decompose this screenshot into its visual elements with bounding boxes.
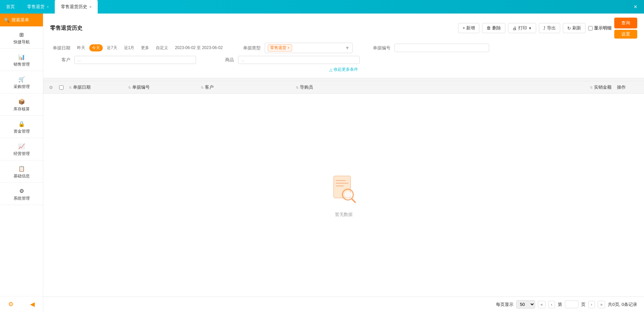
sidebar-item-ops-mgmt-label: 经营管理	[14, 151, 30, 157]
sidebar-item-sales-mgmt[interactable]: 📊 销售管理	[0, 49, 43, 71]
type-tag-close[interactable]: ×	[288, 46, 290, 50]
sidebar-item-sales-mgmt-label: 销售管理	[14, 62, 30, 67]
customer-select[interactable]: ...	[74, 56, 196, 64]
new-button[interactable]: + 新增	[458, 23, 479, 33]
sidebar-item-base-info[interactable]: 📋 基础信息	[0, 160, 43, 183]
ops-mgmt-icon: 📈	[18, 143, 25, 150]
date-btn-custom[interactable]: 自定义	[153, 44, 171, 51]
tab-home-label: 首页	[6, 4, 15, 10]
sidebar-item-ops-mgmt[interactable]: 📈 经营管理	[0, 138, 43, 160]
prev-page-button[interactable]: ‹	[548, 301, 555, 308]
collapse-button[interactable]: △ 收起更多条件	[50, 67, 637, 72]
setting-button[interactable]: 设置	[614, 30, 637, 39]
sales-mgmt-icon: 📊	[18, 53, 25, 60]
display-detail-input[interactable]	[588, 26, 593, 30]
next-page-button[interactable]: ›	[588, 301, 595, 308]
code-filter-label: 单据编号	[370, 45, 390, 51]
print-icon: 🖨	[512, 26, 517, 31]
date-btn-more[interactable]: 更多	[138, 44, 152, 51]
goods-select[interactable]: ...	[238, 56, 360, 64]
sidebar-search[interactable]: 🔍 搜索菜单	[0, 14, 43, 26]
th-amount[interactable]: ⇅ 实销金额	[573, 84, 614, 90]
table-body: 暂无数据	[43, 94, 644, 296]
th-guide-sort-icon: ⇅	[296, 86, 299, 89]
filter-row-2: 客户 ... 商品 ...	[50, 56, 637, 64]
sidebar-item-sys-mgmt[interactable]: ⚙ 系统管理	[0, 183, 43, 205]
goods-filter-label: 商品	[214, 57, 234, 63]
display-detail-checkbox[interactable]: 显示明细	[588, 25, 612, 31]
sidebar-search-label: 搜索菜单	[11, 17, 29, 23]
type-select-value: 零售退货 ×	[268, 44, 292, 51]
tab-retail-return-history[interactable]: 零售退货历史 ×	[55, 0, 97, 14]
customer-placeholder: ...	[77, 58, 81, 62]
svg-line-5	[352, 199, 355, 202]
tab-retail-return-history-close[interactable]: ×	[89, 5, 91, 9]
svg-rect-1	[336, 180, 346, 181]
sidebar-item-inventory-calc[interactable]: 📦 库存核算	[0, 93, 43, 116]
th-code-sort-icon: ⇅	[128, 86, 131, 89]
collapse-label: 收起更多条件	[334, 67, 358, 72]
date-btn-last7[interactable]: 近7天	[104, 44, 120, 51]
print-chevron-icon: ▼	[528, 26, 532, 30]
query-button[interactable]: 查询	[614, 18, 637, 28]
type-select[interactable]: 零售退货 × ▼	[265, 43, 353, 53]
page-size-select[interactable]: 50 100 200	[516, 300, 535, 309]
base-info-icon: 📋	[18, 165, 25, 172]
sidebar-settings-btn[interactable]: ⚙	[8, 300, 14, 308]
tab-retail-return-close[interactable]: ×	[47, 5, 49, 9]
type-tag: 零售退货 ×	[268, 44, 292, 51]
sidebar-item-purchase-mgmt[interactable]: 🛒 采购管理	[0, 71, 43, 93]
capital-mgmt-icon: 🔒	[18, 120, 25, 127]
date-btn-yesterday[interactable]: 昨天	[74, 44, 88, 51]
code-filter-input[interactable]	[395, 44, 489, 52]
first-page-button[interactable]: «	[538, 301, 546, 308]
select-all-checkbox[interactable]	[59, 85, 64, 90]
th-date-sort-icon: ⇅	[69, 86, 72, 89]
print-button[interactable]: 🖨 🖨 打印 打印 ▼	[508, 23, 536, 33]
th-settings-icon[interactable]: ⚙	[46, 85, 56, 90]
page-input[interactable]: 1	[565, 300, 578, 308]
customer-filter-label: 客户	[50, 57, 70, 63]
date-btn-last1m[interactable]: 近1月	[121, 44, 137, 51]
search-icon: 🔍	[4, 18, 9, 23]
type-filter-label: 单据类型	[240, 45, 261, 51]
display-detail-label: 显示明细	[594, 25, 612, 31]
refresh-button[interactable]: ↻ 刷新	[563, 23, 586, 33]
tab-retail-return-history-label: 零售退货历史	[61, 4, 87, 10]
window-close-icon[interactable]: ×	[631, 2, 640, 12]
th-code[interactable]: ⇅ 单据编号	[125, 84, 198, 90]
empty-illustration	[327, 173, 361, 207]
purchase-mgmt-icon: 🛒	[18, 76, 25, 83]
th-code-label: 单据编号	[132, 84, 150, 90]
th-amount-label: 实销金额	[594, 84, 612, 90]
export-button[interactable]: ⤴ 导出	[539, 23, 560, 33]
sidebar-item-capital-mgmt[interactable]: 🔒 资金管理	[0, 116, 43, 138]
svg-point-6	[344, 191, 351, 198]
tab-retail-return[interactable]: 零售退货 ×	[21, 0, 55, 14]
th-guide[interactable]: ⇅ 导购员	[293, 84, 343, 90]
quick-nav-icon: ⊞	[18, 31, 25, 38]
sidebar-bottom: ⚙ ◀	[0, 296, 43, 312]
main-content: 零售退货历史 + 新增 🗑 删除 🖨 🖨 打印 打印 ▼ ⤴ 导出	[43, 14, 644, 312]
top-bar-right: ×	[631, 2, 644, 12]
sidebar-item-base-info-label: 基础信息	[14, 173, 30, 179]
sidebar-toggle-btn[interactable]: ◀	[30, 300, 35, 308]
collapse-arrow-icon: △	[329, 67, 332, 72]
last-page-button[interactable]: »	[598, 301, 605, 308]
th-date[interactable]: ⇅ 单据日期	[66, 84, 125, 90]
date-btn-today[interactable]: 今天	[89, 44, 103, 51]
toolbar: + 新增 🗑 删除 🖨 🖨 打印 打印 ▼ ⤴ 导出 ↻ 刷新	[458, 18, 637, 39]
sidebar-item-capital-mgmt-label: 资金管理	[14, 129, 30, 134]
top-bar: 首页 零售退货 × 零售退货历史 × ×	[0, 0, 644, 14]
svg-rect-2	[336, 183, 349, 184]
export-icon: ⤴	[543, 26, 546, 31]
th-checkbox[interactable]	[56, 85, 66, 90]
sidebar-item-quick-nav[interactable]: ⊞ 快捷导航	[0, 26, 43, 49]
goods-placeholder: ...	[241, 58, 244, 62]
svg-rect-3	[336, 185, 344, 186]
tab-bar: 首页 零售退货 × 零售退货历史 ×	[0, 0, 631, 14]
th-customer[interactable]: ⇅ 客户	[198, 84, 293, 90]
tab-home[interactable]: 首页	[0, 0, 21, 14]
delete-button[interactable]: 🗑 删除	[482, 23, 505, 33]
table-area: ⚙ ⇅ 单据日期 ⇅ 单据编号 ⇅ 客户 ⇅ 导购员	[43, 81, 644, 296]
